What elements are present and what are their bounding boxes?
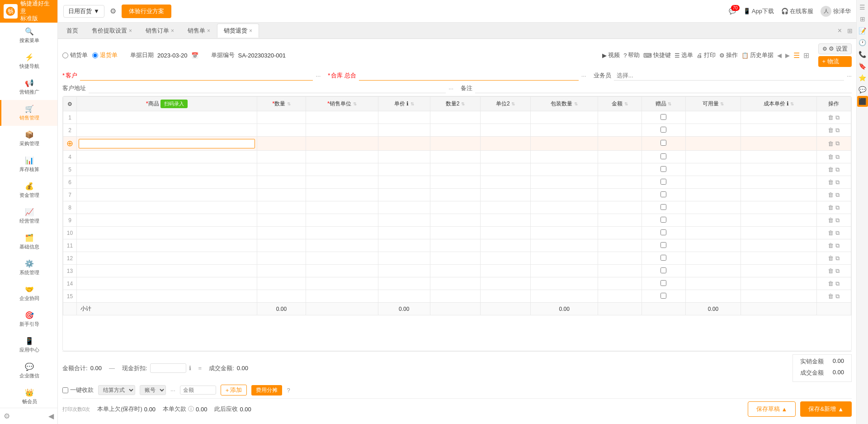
delete-icon-8[interactable]: 🗑 xyxy=(828,204,834,211)
gift-check-12[interactable] xyxy=(660,255,666,261)
amount-cell-6[interactable] xyxy=(598,176,642,189)
unit2-cell-13[interactable] xyxy=(480,265,530,277)
qty2-cell-2[interactable] xyxy=(430,124,480,137)
gift-check-5[interactable] xyxy=(660,166,666,172)
copy-icon-2[interactable]: ⧉ xyxy=(835,127,840,134)
right-panel-note-icon[interactable]: 📝 xyxy=(857,25,868,36)
available-cell-5[interactable] xyxy=(685,163,741,176)
available-cell-15[interactable] xyxy=(685,290,741,303)
window-close-icon[interactable]: × xyxy=(834,27,845,35)
qty2-cell-14[interactable] xyxy=(430,277,480,290)
available-cell-10[interactable] xyxy=(685,227,741,239)
pack-cell-5[interactable] xyxy=(531,163,598,176)
unit2-cell-10[interactable] xyxy=(480,227,530,239)
amount-cell-1[interactable] xyxy=(598,111,642,124)
gift-cell-2[interactable] xyxy=(642,124,685,137)
unit2-cell-9[interactable] xyxy=(480,214,530,227)
price-cell-13[interactable] xyxy=(378,265,430,277)
qty2-cell-8[interactable] xyxy=(430,201,480,214)
price-cell-5[interactable] xyxy=(378,163,430,176)
video-btn[interactable]: ▶ 视频 xyxy=(602,51,620,59)
product-cell-9[interactable] xyxy=(77,214,257,227)
unit-cell-3[interactable] xyxy=(306,137,378,151)
address-input[interactable] xyxy=(89,83,446,93)
gift-check-14[interactable] xyxy=(660,280,666,286)
product-cell-10[interactable] xyxy=(77,227,257,239)
available-cell-9[interactable] xyxy=(685,214,741,227)
history-btn[interactable]: 📋 历史单据 xyxy=(741,51,774,59)
gift-check-13[interactable] xyxy=(660,267,666,273)
unit-cell-2[interactable] xyxy=(306,124,378,137)
pack-cell-3[interactable] xyxy=(531,137,598,151)
qty2-cell-11[interactable] xyxy=(430,239,480,252)
add-logistics-button[interactable]: + 物流 xyxy=(818,56,852,67)
experience-button[interactable]: 体验行业方案 xyxy=(122,5,171,18)
tab-sales-order[interactable]: 销售订单× xyxy=(139,24,181,38)
cost-cell-11[interactable] xyxy=(741,239,816,252)
unit-cell-1[interactable] xyxy=(306,111,378,124)
qty-cell-12[interactable] xyxy=(257,252,306,265)
price-cell-14[interactable] xyxy=(378,277,430,290)
price-cell-10[interactable] xyxy=(378,227,430,239)
cost-cell-7[interactable] xyxy=(741,189,816,201)
user-menu[interactable]: 人 徐泽华 xyxy=(821,6,851,17)
amount-cell-14[interactable] xyxy=(598,277,642,290)
sidebar-item-marketing[interactable]: 📢营销推广 xyxy=(0,74,57,100)
product-cell-12[interactable] xyxy=(77,252,257,265)
unit-cell-4[interactable] xyxy=(306,151,378,163)
qty-cell-3[interactable] xyxy=(257,137,306,151)
available-cell-7[interactable] xyxy=(685,189,741,201)
sidebar-item-member[interactable]: 👑畅会员 xyxy=(0,384,57,408)
price-cell-4[interactable] xyxy=(378,151,430,163)
qty2-cell-13[interactable] xyxy=(430,265,480,277)
add-row-icon[interactable]: ⊕ xyxy=(66,139,73,148)
amount-cell-8[interactable] xyxy=(598,201,642,214)
amount-cell-13[interactable] xyxy=(598,265,642,277)
delete-icon-11[interactable]: 🗑 xyxy=(828,242,834,249)
unit-cell-13[interactable] xyxy=(306,265,378,277)
delete-icon-3[interactable]: 🗑 xyxy=(828,140,834,147)
tab-close-sales-return[interactable]: × xyxy=(249,28,252,34)
copy-icon-1[interactable]: ⧉ xyxy=(835,114,840,121)
qty-cell-14[interactable] xyxy=(257,277,306,290)
customer-input[interactable] xyxy=(80,71,313,81)
one-click-pay-check[interactable]: 一键收款 xyxy=(62,386,94,394)
scan-button[interactable]: 扫码录入 xyxy=(160,100,188,108)
copy-icon-13[interactable]: ⧉ xyxy=(835,267,840,275)
product-cell-6[interactable] xyxy=(77,176,257,189)
gift-cell-4[interactable] xyxy=(642,151,685,163)
delete-icon-2[interactable]: 🗑 xyxy=(828,127,834,133)
gift-cell-10[interactable] xyxy=(642,227,685,239)
product-cell-7[interactable] xyxy=(77,189,257,201)
sidebar-item-system[interactable]: ⚙️系统管理 xyxy=(0,255,57,281)
amount-cell-7[interactable] xyxy=(598,189,642,201)
account-select[interactable]: 账号 xyxy=(140,385,166,395)
copy-icon-11[interactable]: ⧉ xyxy=(835,242,840,249)
qty-cell-8[interactable] xyxy=(257,201,306,214)
delete-icon-10[interactable]: 🗑 xyxy=(828,229,834,236)
qty-cell-7[interactable] xyxy=(257,189,306,201)
product-cell-2[interactable] xyxy=(77,124,257,137)
unit-cell-7[interactable] xyxy=(306,189,378,201)
copy-icon-15[interactable]: ⧉ xyxy=(835,293,840,300)
product-cell-1[interactable] xyxy=(77,111,257,124)
unit2-cell-12[interactable] xyxy=(480,252,530,265)
unit2-cell-4[interactable] xyxy=(480,151,530,163)
gift-cell-8[interactable] xyxy=(642,201,685,214)
online-service-link[interactable]: 🎧 在线客服 xyxy=(781,7,813,15)
gift-check-7[interactable] xyxy=(660,191,666,197)
product-input-3[interactable] xyxy=(79,139,255,148)
setting-button[interactable]: ⚙ ⚙ 设置 xyxy=(818,43,852,54)
qty-cell-9[interactable] xyxy=(257,214,306,227)
amount-cell-11[interactable] xyxy=(598,239,642,252)
qty2-sort-icon[interactable]: ⇅ xyxy=(461,101,465,106)
pack-cell-12[interactable] xyxy=(531,252,598,265)
unit2-cell-6[interactable] xyxy=(480,176,530,189)
price-sort-icon[interactable]: ⇅ xyxy=(410,101,414,106)
qty2-cell-12[interactable] xyxy=(430,252,480,265)
unit-cell-5[interactable] xyxy=(306,163,378,176)
cost-cell-5[interactable] xyxy=(741,163,816,176)
cost-cell-1[interactable] xyxy=(741,111,816,124)
product-cell-4[interactable] xyxy=(77,151,257,163)
product-cell-5[interactable] xyxy=(77,163,257,176)
